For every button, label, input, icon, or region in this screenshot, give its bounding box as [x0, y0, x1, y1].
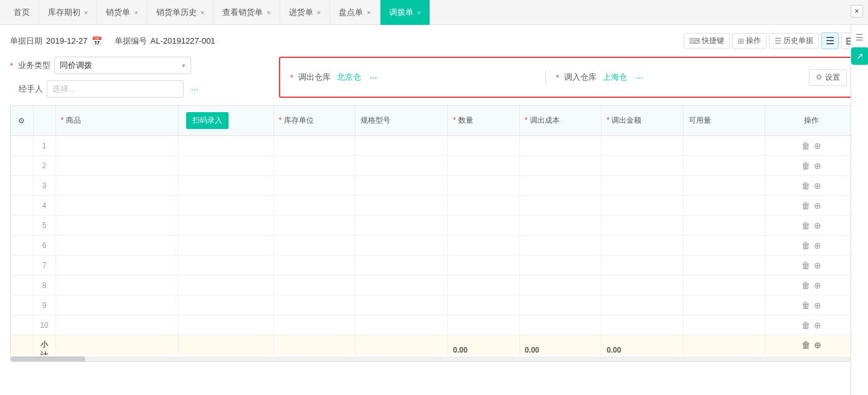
- tab-home[interactable]: 首页: [5, 0, 39, 25]
- row-qty[interactable]: [448, 295, 519, 315]
- row-cost[interactable]: [519, 176, 601, 196]
- copy-row-icon[interactable]: ⊕: [814, 221, 821, 231]
- row-spec[interactable]: [356, 275, 448, 295]
- row-spec[interactable]: [356, 255, 448, 275]
- delete-row-icon[interactable]: 🗑: [801, 161, 810, 171]
- copy-row-icon[interactable]: ⊕: [814, 141, 821, 151]
- subtotal-copy-icon[interactable]: ⊕: [814, 340, 821, 350]
- operations-button[interactable]: ⊞ 操作: [732, 33, 767, 49]
- tab-close-purchase-order[interactable]: ×: [317, 9, 321, 16]
- copy-row-icon[interactable]: ⊕: [814, 280, 821, 290]
- scan-button[interactable]: 扫码录入: [186, 112, 229, 129]
- delete-row-icon[interactable]: 🗑: [801, 240, 810, 250]
- row-spec[interactable]: [356, 136, 448, 156]
- calendar-icon[interactable]: 📅: [92, 36, 102, 46]
- row-product[interactable]: [55, 136, 178, 156]
- row-qty[interactable]: [448, 176, 519, 196]
- row-cost[interactable]: [519, 156, 601, 176]
- date-value[interactable]: 2019-12-27: [46, 36, 88, 45]
- row-unit[interactable]: [273, 216, 356, 236]
- row-qty[interactable]: [448, 156, 519, 176]
- row-spec[interactable]: [356, 216, 448, 236]
- row-unit[interactable]: [273, 275, 356, 295]
- row-cost[interactable]: [519, 216, 601, 236]
- transfer-out-more-icon[interactable]: ···: [370, 72, 377, 82]
- transfer-in-more-icon[interactable]: ···: [636, 72, 643, 82]
- transfer-in-value[interactable]: 上海仓: [603, 72, 627, 83]
- sidebar-export-icon[interactable]: ↗: [851, 47, 869, 65]
- row-product[interactable]: [55, 176, 178, 196]
- row-qty[interactable]: [448, 216, 519, 236]
- row-qty[interactable]: [448, 196, 519, 216]
- row-qty[interactable]: [448, 275, 519, 295]
- tab-stocktake[interactable]: 盘点单 ×: [330, 0, 380, 25]
- handler-more-icon[interactable]: ···: [191, 84, 199, 94]
- row-amount[interactable]: [601, 275, 684, 295]
- row-spec[interactable]: [356, 196, 448, 216]
- delete-row-icon[interactable]: 🗑: [801, 300, 810, 310]
- row-amount[interactable]: [601, 216, 684, 236]
- tab-close-initial-stock[interactable]: ×: [84, 9, 88, 16]
- copy-row-icon[interactable]: ⊕: [814, 240, 821, 250]
- row-amount[interactable]: [601, 236, 684, 255]
- business-type-select[interactable]: 同价调拨 ▾: [54, 57, 191, 74]
- row-cost[interactable]: [519, 255, 601, 275]
- row-unit[interactable]: [273, 295, 356, 315]
- row-amount[interactable]: [601, 295, 684, 315]
- shortcuts-button[interactable]: ⌨ 快捷键: [684, 33, 730, 49]
- row-qty[interactable]: [448, 255, 519, 275]
- row-amount[interactable]: [601, 176, 684, 196]
- row-qty[interactable]: [448, 315, 519, 335]
- row-cost[interactable]: [519, 275, 601, 295]
- subtotal-delete-icon[interactable]: 🗑: [801, 340, 810, 350]
- tab-purchase-order[interactable]: 进货单 ×: [280, 0, 330, 25]
- row-product[interactable]: [55, 255, 178, 275]
- row-amount[interactable]: [601, 196, 684, 216]
- copy-row-icon[interactable]: ⊕: [814, 260, 821, 270]
- row-amount[interactable]: [601, 136, 684, 156]
- tab-sales-history[interactable]: 销货单历史 ×: [148, 0, 214, 25]
- copy-row-icon[interactable]: ⊕: [814, 161, 821, 171]
- row-product[interactable]: [55, 216, 178, 236]
- copy-row-icon[interactable]: ⊕: [814, 300, 821, 310]
- row-product[interactable]: [55, 275, 178, 295]
- scrollbar-thumb[interactable]: [11, 356, 85, 361]
- delete-row-icon[interactable]: 🗑: [801, 221, 810, 231]
- row-spec[interactable]: [356, 236, 448, 255]
- copy-row-icon[interactable]: ⊕: [814, 320, 821, 330]
- tab-initial-stock[interactable]: 库存期初 ×: [39, 0, 97, 25]
- row-cost[interactable]: [519, 136, 601, 156]
- tab-close-sales-history[interactable]: ×: [200, 9, 204, 16]
- row-unit[interactable]: [273, 176, 356, 196]
- row-unit[interactable]: [273, 255, 356, 275]
- transfer-out-value[interactable]: 北京仓: [337, 72, 361, 83]
- sidebar-list-icon[interactable]: ☰: [852, 30, 867, 45]
- row-unit[interactable]: [273, 156, 356, 176]
- delete-row-icon[interactable]: 🗑: [801, 280, 810, 290]
- window-close-button[interactable]: ×: [851, 5, 863, 17]
- row-unit[interactable]: [273, 315, 356, 335]
- delete-row-icon[interactable]: 🗑: [801, 181, 810, 191]
- row-product[interactable]: [55, 156, 178, 176]
- th-settings[interactable]: ⚙: [11, 106, 33, 136]
- row-qty[interactable]: [448, 136, 519, 156]
- row-qty[interactable]: [448, 236, 519, 255]
- copy-row-icon[interactable]: ⊕: [814, 181, 821, 191]
- row-amount[interactable]: [601, 315, 684, 335]
- row-unit[interactable]: [273, 236, 356, 255]
- table-container[interactable]: ⚙ * 商品 扫码录入 * 库存单位: [11, 106, 857, 355]
- row-spec[interactable]: [356, 176, 448, 196]
- delete-row-icon[interactable]: 🗑: [801, 201, 810, 211]
- handler-select[interactable]: 选择...: [47, 80, 184, 98]
- row-unit[interactable]: [273, 136, 356, 156]
- th-scan[interactable]: 扫码录入: [178, 106, 273, 136]
- tab-sales-order[interactable]: 销货单 ×: [97, 0, 147, 25]
- tab-transfer[interactable]: 调拨单 ×: [380, 0, 430, 25]
- delete-row-icon[interactable]: 🗑: [801, 260, 810, 270]
- row-spec[interactable]: [356, 315, 448, 335]
- row-spec[interactable]: [356, 295, 448, 315]
- row-amount[interactable]: [601, 255, 684, 275]
- row-product[interactable]: [55, 196, 178, 216]
- row-cost[interactable]: [519, 196, 601, 216]
- delete-row-icon[interactable]: 🗑: [801, 141, 810, 151]
